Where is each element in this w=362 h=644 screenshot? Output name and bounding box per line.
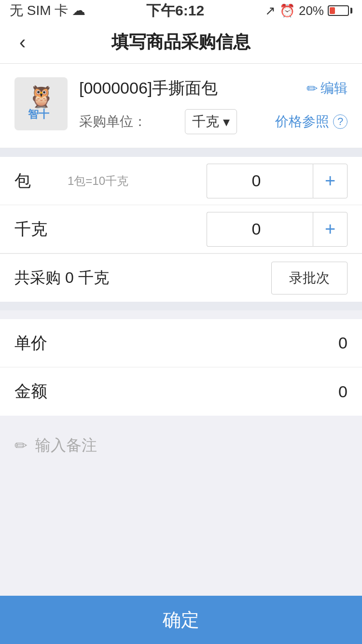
amount-row: 金额 0 <box>0 367 362 416</box>
back-button[interactable]: ‹ <box>14 27 30 58</box>
bag-input-row: 包 1包=10千克 + <box>0 157 362 205</box>
product-logo: 🦉 智十 <box>14 77 68 130</box>
unit-select[interactable]: 千克 ▾ <box>185 109 237 134</box>
confirm-button[interactable]: 确定 <box>0 596 362 644</box>
status-time: 下午6:12 <box>146 1 204 21</box>
unit-price-label: 单价 <box>14 332 47 354</box>
price-ref-button[interactable]: 价格参照 ? <box>275 112 348 131</box>
unit-price-value: 0 <box>338 334 348 352</box>
section-divider-2 <box>0 302 362 310</box>
bag-sublabel: 1包=10千克 <box>68 173 207 189</box>
unit-label: 千克 <box>192 112 219 131</box>
amount-value: 0 <box>338 382 348 401</box>
purchase-unit-row: 采购单位： 千克 ▾ 价格参照 ? <box>79 109 348 134</box>
question-icon: ? <box>333 114 348 129</box>
page-title: 填写商品采购信息 <box>111 30 251 54</box>
kg-input-right: + <box>207 212 348 247</box>
input-section: 包 1包=10千克 + 千克 + 共采购 0 千克 录批次 <box>0 157 362 302</box>
pencil-icon: ✏ <box>14 436 28 455</box>
total-label: 共采购 0 千克 <box>14 267 109 289</box>
unit-price-row: 单价 0 <box>0 319 362 367</box>
status-left: 无 SIM 卡 ☁ <box>10 1 85 20</box>
product-card: 🦉 智十 [0000006]手撕面包 ✏ 编辑 采购单位： 千克 ▾ 价格参照 … <box>0 64 362 148</box>
edit-label: 编辑 <box>320 79 348 98</box>
section-divider-1 <box>0 148 362 157</box>
product-name-row: [0000006]手撕面包 ✏ 编辑 <box>79 77 348 99</box>
remark-section[interactable]: ✏ 输入备注 <box>0 417 362 475</box>
bag-quantity-input[interactable] <box>207 164 313 198</box>
product-name: [0000006]手撕面包 <box>79 77 218 99</box>
status-right: ↗ ⏰ 20% <box>265 3 352 18</box>
battery-percentage: 20% <box>299 3 324 18</box>
bag-input-right: + <box>207 164 348 198</box>
edit-icon: ✏ <box>306 81 318 97</box>
record-batch-button[interactable]: 录批次 <box>271 262 348 294</box>
location-icon: ↗ <box>265 3 276 18</box>
kg-plus-button[interactable]: + <box>313 212 348 247</box>
battery-icon <box>328 5 352 16</box>
purchase-unit-label: 采购单位： <box>79 112 147 131</box>
kg-quantity-input[interactable] <box>207 212 313 247</box>
chevron-down-icon: ▾ <box>223 114 230 130</box>
kg-input-row: 千克 + <box>0 205 362 253</box>
price-ref-label: 价格参照 <box>275 112 329 131</box>
nav-bar: ‹ 填写商品采购信息 <box>0 21 362 64</box>
status-bar: 无 SIM 卡 ☁ 下午6:12 ↗ ⏰ 20% <box>0 0 362 21</box>
product-info: [0000006]手撕面包 ✏ 编辑 采购单位： 千克 ▾ 价格参照 ? <box>79 77 348 134</box>
edit-button[interactable]: ✏ 编辑 <box>306 79 348 98</box>
bag-plus-button[interactable]: + <box>313 164 348 198</box>
bag-label: 包 <box>14 170 63 192</box>
remark-placeholder: 输入备注 <box>35 435 97 456</box>
price-section: 单价 0 金额 0 <box>0 319 362 416</box>
total-row: 共采购 0 千克 录批次 <box>0 253 362 302</box>
amount-label: 金额 <box>14 380 47 403</box>
kg-label: 千克 <box>14 218 63 240</box>
sim-label: 无 SIM 卡 ☁ <box>10 1 85 20</box>
alarm-icon: ⏰ <box>279 3 295 18</box>
